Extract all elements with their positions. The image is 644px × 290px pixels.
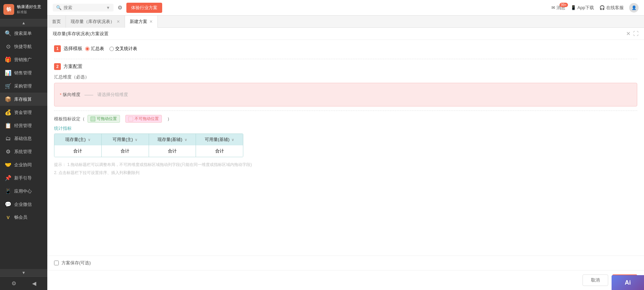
- footer-btns: 取消 查询: [47, 270, 644, 290]
- cancel-button[interactable]: 取消: [583, 274, 608, 286]
- sidebar-item-label: 新手引导: [14, 175, 32, 181]
- sidebar-item-newcomer[interactable]: 📌 新手引导: [0, 171, 47, 185]
- appstore-icon: 📱: [5, 188, 11, 194]
- msg-badge: 99+: [560, 3, 568, 7]
- save-label: 方案保存(可选): [61, 260, 91, 266]
- trial-btn[interactable]: 体验行业方案: [126, 3, 162, 13]
- sidebar-item-quick[interactable]: ⊙ 快捷导航: [0, 40, 47, 53]
- stats-col-chevron-3[interactable]: ∨: [231, 138, 234, 142]
- fixed-badge-box: [128, 117, 133, 121]
- dim-area[interactable]: * 纵向维度 —— 请选择分组维度: [54, 83, 637, 106]
- sidebar-item-marketing[interactable]: 🎁 营销推广: [0, 53, 47, 66]
- sidebar-item-label: 采购管理: [14, 83, 32, 89]
- wechat-icon: 💬: [5, 201, 11, 208]
- sidebar-item-vip[interactable]: V 畅会员: [0, 211, 47, 224]
- system-icon: ⚙: [5, 148, 11, 155]
- draggable-label: 可拖动位置: [97, 116, 117, 122]
- stats-cell-label-0: 合计: [73, 148, 82, 154]
- radio-summary[interactable]: 汇总表: [85, 46, 104, 52]
- tip-1: 提示： 1.拖动标题栏可以调整布局，不可跨维度或指标区域拖动列字段(只能在同一维…: [54, 161, 637, 169]
- tab-new-plan[interactable]: 新建方案 ✕: [125, 16, 158, 28]
- section2-label: 方案配置: [64, 64, 82, 70]
- radio-cross-input[interactable]: [109, 47, 114, 51]
- topbar: 🔍 ▼ ⚙ 体验行业方案 ✉ 消息 99+ 📱 App下载 🎧 在线客服 👤: [47, 0, 644, 16]
- sidebar-item-label: 系统管理: [14, 149, 32, 155]
- topbar-avatar[interactable]: 👤: [629, 3, 639, 13]
- sidebar-item-label: 销售管理: [14, 70, 32, 76]
- sidebar: 畅 畅康通好生意 标准版 ▲ 🔍 搜索菜单 ⊙ 快捷导航 🎁 营销推广 📊 销售…: [0, 0, 47, 290]
- stats-table-header: 现存量(主) ∨ 可用量(主) ∨ 现存量(基辅) ∨: [54, 134, 243, 145]
- sidebar-nav: 🔍 搜索菜单 ⊙ 快捷导航 🎁 营销推广 📊 销售管理 🛒 采购管理 📦 库存核…: [0, 27, 47, 269]
- tab-inventory[interactable]: 现存量（库存状况表） ✕: [66, 16, 125, 28]
- tip-2: 2. 点击标题栏下拉可设置排序、插入列和删除列: [54, 169, 637, 177]
- tab-inventory-label: 现存量（库存状况表）: [71, 19, 115, 25]
- sidebar-item-sales[interactable]: 📊 销售管理: [0, 66, 47, 79]
- stats-col-chevron-0[interactable]: ∨: [88, 138, 91, 142]
- sidebar-item-system[interactable]: ⚙ 系统管理: [0, 145, 47, 158]
- save-checkbox[interactable]: [54, 261, 59, 265]
- sidebar-item-wechat[interactable]: 💬 企业微信: [0, 198, 47, 211]
- sidebar-item-appstore[interactable]: 📱 应用中心: [0, 185, 47, 198]
- sidebar-item-label: 企业协同: [14, 162, 32, 168]
- stats-col-chevron-2[interactable]: ∨: [184, 138, 187, 142]
- draggable-badge-box: [91, 117, 95, 121]
- stats-col-chevron-1[interactable]: ∨: [135, 138, 138, 142]
- stats-col-header-0[interactable]: 现存量(主) ∨: [54, 134, 102, 145]
- indicator-label-end: ）: [167, 116, 172, 122]
- stats-col-header-1[interactable]: 可用量(主) ∨: [102, 134, 149, 145]
- sidebar-scroll-up[interactable]: ▲: [0, 19, 47, 27]
- sidebar-scroll-down[interactable]: ▼: [0, 269, 47, 276]
- sidebar-item-enterprise[interactable]: 🤝 企业协同: [0, 158, 47, 171]
- topbar-gear-icon[interactable]: ⚙: [118, 4, 122, 11]
- topbar-search-box: 🔍 ▼: [53, 4, 114, 11]
- sidebar-item-operation[interactable]: 📋 经营管理: [0, 119, 47, 132]
- tips-section: 提示： 1.拖动标题栏可以调整布局，不可跨维度或指标区域拖动列字段(只能在同一维…: [54, 161, 637, 176]
- inventory-icon: 📦: [5, 96, 11, 102]
- vip-icon: V: [5, 215, 11, 220]
- topbar-msg-btn[interactable]: ✉ 消息 99+: [551, 5, 565, 11]
- sidebar-item-inventory[interactable]: 📦 库存核算: [0, 93, 47, 106]
- topbar-service-btn[interactable]: 🎧 在线客服: [599, 5, 624, 11]
- msg-icon: ✉: [551, 5, 555, 10]
- app-icon: 📱: [571, 5, 576, 10]
- topbar-search-input[interactable]: [64, 5, 104, 10]
- ai-button[interactable]: Ai: [612, 275, 644, 290]
- expand-panel-btn[interactable]: ⛶: [633, 31, 639, 37]
- tab-inventory-close[interactable]: ✕: [117, 19, 120, 24]
- radio-cross[interactable]: 交叉统计表: [109, 46, 137, 52]
- radio-summary-input[interactable]: [85, 47, 90, 51]
- operation-icon: 📋: [5, 122, 11, 129]
- app-name: 畅康通好生意: [17, 4, 41, 10]
- section1-num: 1: [54, 45, 61, 52]
- dim-required-mark: *: [60, 92, 61, 97]
- stats-cell-1: 合计: [102, 145, 149, 157]
- fixed-label: 不可拖动位置: [134, 116, 159, 122]
- stats-col-header-3[interactable]: 可用量(基辅) ∨: [196, 134, 243, 145]
- stats-table: 现存量(主) ∨ 可用量(主) ∨ 现存量(基辅) ∨: [54, 134, 243, 157]
- tab-new-label: 新建方案: [130, 19, 147, 25]
- stats-cell-label-2: 合计: [168, 148, 177, 154]
- indicator-section: 模板指标设定（ 可拖动位置 不可拖动位置 ） 统计指标: [54, 115, 637, 157]
- sidebar-collapse-icon[interactable]: ◀: [32, 280, 36, 287]
- template-radio-group: 汇总表 交叉统计表: [85, 46, 137, 52]
- dim-name: 纵向维度: [63, 92, 80, 98]
- tab-home[interactable]: 首页: [47, 16, 66, 28]
- sidebar-item-basic[interactable]: 🗂 基础信息: [0, 132, 47, 145]
- topbar-search-chevron[interactable]: ▼: [106, 5, 110, 10]
- sidebar-item-label: 搜索菜单: [14, 30, 32, 37]
- main-area: 🔍 ▼ ⚙ 体验行业方案 ✉ 消息 99+ 📱 App下载 🎧 在线客服 👤: [47, 0, 644, 290]
- radio-cross-label: 交叉统计表: [115, 46, 137, 52]
- agg-dim-section: 汇总维度（必选） * 纵向维度 —— 请选择分组维度: [54, 74, 637, 106]
- radio-summary-label: 汇总表: [91, 46, 104, 52]
- close-panel-btn[interactable]: ✕: [626, 30, 630, 37]
- stats-col-header-2[interactable]: 现存量(基辅) ∨: [149, 134, 196, 145]
- section2-num: 2: [54, 63, 61, 70]
- content-header: 现存量(库存状况表)方案设置 ✕ ⛶: [47, 28, 644, 40]
- sidebar-item-search[interactable]: 🔍 搜索菜单: [0, 27, 47, 40]
- sidebar-footer: ⚙ ◀: [0, 276, 47, 290]
- sidebar-item-finance[interactable]: 💰 资金管理: [0, 106, 47, 119]
- sidebar-settings-icon[interactable]: ⚙: [11, 280, 16, 287]
- sidebar-item-purchase[interactable]: 🛒 采购管理: [0, 79, 47, 93]
- topbar-app-btn[interactable]: 📱 App下载: [571, 5, 594, 11]
- tab-new-close[interactable]: ✕: [149, 19, 153, 24]
